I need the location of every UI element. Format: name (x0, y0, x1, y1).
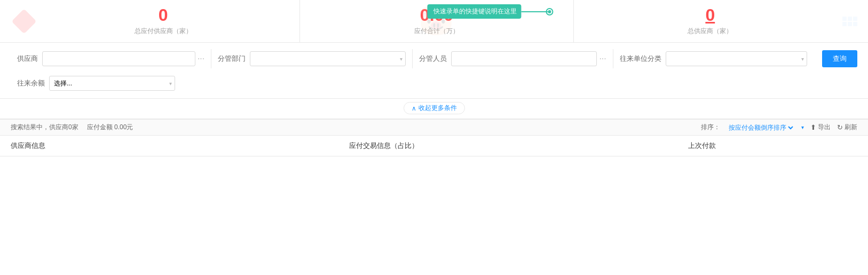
stat-payable-total-label: 应付合计（万） (414, 27, 459, 36)
balance-select-wrap: 选择... ▾ (49, 76, 175, 91)
tooltip-bubble: 快速录单的快捷键说明在这里 × (427, 4, 521, 19)
supplier-dots[interactable]: ··· (198, 54, 204, 64)
unit-class-select[interactable] (666, 51, 807, 66)
grid-icon (842, 17, 857, 26)
search-bar: 供应商 ··· 分管部门 ▾ 分管人员 ··· 往来单位分类 (0, 43, 868, 99)
balance-select[interactable]: 选择... (49, 76, 175, 91)
result-amount: 应付金额 0.00元 (87, 123, 133, 132)
sort-label: 排序： (701, 123, 720, 132)
balance-label: 往来余额 (17, 78, 45, 88)
refresh-button[interactable]: ↻ 刷新 (837, 123, 857, 132)
stat-payable-total: 🐷 快速录单的快捷键说明在这里 × 0.00 应付合计（万） (300, 0, 573, 42)
unit-class-label: 往来单位分类 (620, 54, 661, 64)
sort-chevron-icon: ▾ (801, 124, 804, 130)
export-button[interactable]: ⬆ 导出 (810, 123, 831, 132)
tooltip-text: 快速录单的快捷键说明在这里 (433, 7, 517, 16)
dept-select[interactable] (250, 51, 405, 66)
col-transaction-header: 应付交易信息（占比） (349, 141, 688, 151)
table-header: 供应商信息 应付交易信息（占比） 上次付款 (0, 136, 868, 156)
table-area: 供应商信息 应付交易信息（占比） 上次付款 (0, 136, 868, 275)
stat-total-suppliers-value: 0 (705, 6, 715, 23)
search-row-1: 供应商 ··· 分管部门 ▾ 分管人员 ··· 往来单位分类 (11, 49, 857, 68)
stat-total-suppliers: 0 总供应商（家） (574, 0, 868, 42)
result-supplier-count: 搜索结果中，供应商0家 (11, 123, 78, 132)
collapse-up-icon: ∧ (412, 105, 416, 112)
collapse-bar: ∧ 收起更多条件 (0, 99, 868, 119)
stat-total-payable-suppliers: ◇ 0 总应付供应商（家） (0, 0, 300, 42)
export-icon: ⬆ (810, 123, 816, 131)
person-dots[interactable]: ··· (599, 54, 606, 64)
diamond-icon: ◇ (11, 8, 37, 35)
supplier-label: 供应商 (17, 54, 38, 64)
unit-class-field: 往来单位分类 ▾ (613, 49, 814, 68)
col-supplier-header: 供应商信息 (11, 141, 349, 151)
person-input[interactable] (451, 51, 597, 66)
result-actions: 排序： 按应付会额倒序排序 ▾ ⬆ 导出 ↻ 刷新 (701, 123, 857, 132)
refresh-label: 刷新 (845, 123, 857, 132)
person-label: 分管人员 (419, 54, 447, 64)
stat-payable-suppliers-value: 0 (159, 6, 168, 23)
supplier-field: 供应商 ··· (11, 49, 211, 68)
result-summary: 搜索结果中，供应商0家 应付金额 0.00元 (11, 123, 133, 132)
stat-total-suppliers-label: 总供应商（家） (688, 27, 732, 36)
collapse-label: 收起更多条件 (419, 104, 457, 113)
sort-select[interactable]: 按应付会额倒序排序 (727, 123, 795, 132)
svg-text:◇: ◇ (20, 16, 28, 25)
col-last-pay-header: 上次付款 (688, 141, 857, 151)
dept-field: 分管部门 ▾ (211, 49, 412, 68)
collapse-button[interactable]: ∧ 收起更多条件 (404, 102, 465, 114)
table-body (0, 156, 868, 275)
dept-select-wrap: ▾ (250, 51, 405, 66)
dept-label: 分管部门 (218, 54, 246, 64)
refresh-icon: ↻ (837, 123, 843, 131)
person-field: 分管人员 ··· (413, 49, 613, 68)
query-button[interactable]: 查询 (822, 50, 857, 67)
balance-field: 往来余额 选择... ▾ (11, 74, 182, 93)
tooltip-close-icon[interactable]: × (521, 8, 525, 15)
result-bar: 搜索结果中，供应商0家 应付金额 0.00元 排序： 按应付会额倒序排序 ▾ ⬆… (0, 119, 868, 136)
unit-class-select-wrap: ▾ (666, 51, 807, 66)
export-label: 导出 (818, 123, 831, 132)
supplier-input[interactable] (42, 51, 195, 66)
stats-bar: ◇ 0 总应付供应商（家） 🐷 快速录单的快捷键说明在这里 × 0.00 应付合… (0, 0, 868, 43)
tooltip-dot (547, 9, 552, 14)
search-row-2: 往来余额 选择... ▾ (11, 74, 857, 98)
stat-payable-suppliers-label: 总应付供应商（家） (135, 27, 192, 36)
